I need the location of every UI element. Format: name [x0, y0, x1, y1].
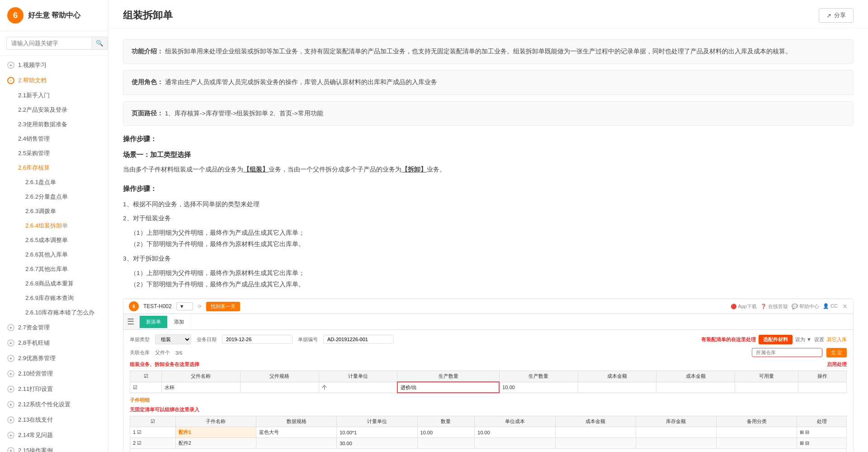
td-prod-input[interactable] [401, 385, 428, 390]
btd-stock2 [636, 438, 716, 449]
td-action [798, 382, 847, 393]
search-button[interactable]: 🔍 [92, 37, 108, 50]
ss-type-select[interactable]: 组装拆卸 [155, 334, 191, 344]
scene1-desc: 当由多个子件材料组装成一个成品的业务为【组装】业务，当由一个父件拆分成多个子产品… [123, 164, 854, 176]
screenshot-inner: 6 TEST-H002 ▼ ⟳ 找到客一关 🔴 App下载 ❓ 在线答疑 💬 帮… [123, 299, 853, 452]
sidebar-item-2610[interactable]: 2.6.10库存账本错了怎么办 [0, 305, 108, 320]
search-input[interactable] [6, 37, 92, 50]
sidebar-item-263[interactable]: 2.6.3调拨单 [0, 204, 108, 219]
ss-close-btn[interactable]: ✕ [842, 303, 848, 310]
sidebar-label-29: 2.9优惠券管理 [18, 354, 56, 362]
ss-btn-newtab[interactable]: 找到客一关 [206, 302, 240, 311]
btd-name2: 配件2 [175, 438, 256, 449]
ss-form-row2: 关联仓库 父件个 3/6 立 定 [130, 348, 847, 357]
btd-spec: 蓝色大号 [256, 427, 336, 438]
path-text: 1、库存核算->库存管理->组装拆卸单 2、首页->常用功能 [165, 110, 323, 117]
minus-icon: − [7, 77, 14, 84]
btd-empty3 [130, 449, 847, 452]
step3-sub1: （1）上部明细为父件明细，最终作为原材料生成其它出库单； [130, 267, 854, 279]
ss-orderdate-label: 业务日期 [197, 336, 217, 343]
annotation4-text: 启用处理 [827, 361, 847, 368]
td-prod-qty [397, 382, 500, 393]
ss-icon-app: 🔴 App下载 [731, 303, 757, 310]
role-block: 使用角色： 通常由生产人员或库管人员完成拆装业务的操作，库管人员确认原材料的出库… [123, 70, 854, 95]
sidebar-item-215[interactable]: + 2.15操作案例 [0, 443, 108, 452]
bth-check: ☑ [130, 416, 176, 427]
intro-block: 功能介绍： 组装拆卸单用来处理企业组装或拆卸等加工业务，支持有固定装配清单的产品… [123, 39, 854, 64]
th-name: 父件名称 [162, 371, 241, 382]
th-avail: 可用量 [735, 371, 798, 382]
sidebar-item-23[interactable]: 2.3使用前数据准备 [0, 117, 108, 132]
ss-orderno-label: 单据编号 [298, 336, 318, 343]
sidebar-item-24[interactable]: 2.4销售管理 [0, 132, 108, 146]
plus-icon-215: + [7, 447, 14, 452]
main-header: 组装拆卸单 ↗ 分享 [108, 0, 868, 29]
sidebar-item-video[interactable]: + 1.视频学习 [0, 57, 108, 73]
th-cost2: 成本金额 [656, 371, 735, 382]
select-warehouse-area: 立 定 [752, 348, 847, 357]
ss-tab-new[interactable]: 新添单 [140, 316, 168, 328]
sidebar-item-264[interactable]: 2.6.4组装拆卸单 [0, 219, 108, 233]
sidebar-item-22[interactable]: 2.2产品安装及登录 [0, 103, 108, 117]
sidebar-item-210[interactable]: + 2.10经营管理 [0, 366, 108, 381]
sidebar-item-267[interactable]: 2.6.7其他出库单 [0, 262, 108, 276]
sidebar-item-21[interactable]: 2.1新手入门 [0, 88, 108, 103]
ss-btn-extra1: 设为 ▼ [795, 336, 811, 343]
sidebar-item-261[interactable]: 2.6.1盘点单 [0, 175, 108, 190]
ss-date-input[interactable] [222, 335, 292, 344]
th-action: 操作 [798, 371, 847, 382]
sidebar-item-268[interactable]: 2.6.8商品成本重算 [0, 276, 108, 291]
sidebar-item-265[interactable]: 2.6.5成本调整单 [0, 233, 108, 247]
btd-qty: 10.00 [417, 427, 475, 438]
annotation5-text: 无固定清单可以组绑在这里录入 [130, 407, 199, 412]
sidebar-item-29[interactable]: + 2.9优惠券管理 [0, 351, 108, 366]
ss-select[interactable]: ▼ [176, 302, 193, 310]
sidebar-item-212[interactable]: + 2.12系统个性化设置 [0, 397, 108, 412]
th-check: ☑ [130, 371, 162, 382]
sidebar-item-211[interactable]: + 2.11打印设置 [0, 381, 108, 397]
btd-cost [555, 427, 636, 438]
bth-cost: 成本金额 [555, 416, 636, 427]
sidebar-label-212: 2.12系统个性化设置 [18, 400, 71, 409]
ss-btn-config[interactable]: 选配件材料 [759, 335, 793, 344]
sidebar-item-262[interactable]: 2.6.2分量盘点单 [0, 190, 108, 204]
step2: 2、对于组装业务 [123, 213, 854, 224]
sidebar-item-25[interactable]: 2.5采购管理 [0, 146, 108, 161]
th-spec: 父件规格 [240, 371, 319, 382]
annotation1-text: 有装配清单的在这里处理 [701, 336, 756, 343]
sidebar-item-214[interactable]: + 2.14常见问题 [0, 428, 108, 443]
ss-orderno-input[interactable] [323, 335, 394, 344]
ss-confirm-btn[interactable]: 立 定 [826, 348, 847, 357]
sidebar-item-27[interactable]: + 2.7资金管理 [0, 320, 108, 335]
sidebar-label-27: 2.7资金管理 [18, 324, 50, 332]
sidebar-item-266[interactable]: 2.6.6其他入库单 [0, 247, 108, 262]
step1: 1、根据不同的业务，选择不同单据的类型来处理 [123, 199, 854, 210]
share-label: 分享 [834, 11, 846, 19]
table-row: 1 ☑ 配件1 蓝色大号 10.00*1 10.00 10.00 ⊞ ⊟ [130, 427, 847, 438]
th-prod-qty: 生产数量 [397, 371, 500, 382]
sidebar-label-210: 2.10经营管理 [18, 370, 53, 378]
bth-unit: 计量单位 [337, 416, 417, 427]
role-text: 通常由生产人员或库管人员完成拆装业务的操作，库管人员确认原材料的出库和产成品的入… [165, 79, 437, 86]
share-button[interactable]: ↗ 分享 [819, 8, 854, 23]
ss-company: TEST-H002 [143, 303, 172, 309]
sidebar-item-docs[interactable]: − 2.帮助文档 [0, 73, 108, 88]
sidebar-item-269[interactable]: 2.6.9库存账本查询 [0, 291, 108, 305]
ss-icon-center: 💬 帮助中心 [792, 303, 819, 310]
sidebar-item-26[interactable]: 2.6库存核算 [0, 161, 108, 175]
ss-icon-help: ❓ 在线答疑 [760, 303, 788, 310]
td-name: 水杯 [162, 382, 241, 393]
ss-top-bar: 6 TEST-H002 ▼ ⟳ 找到客一关 🔴 App下载 ❓ 在线答疑 💬 帮… [123, 299, 853, 314]
th-cost1: 成本金额 [578, 371, 656, 382]
sidebar-item-28[interactable]: + 2.8手机旺铺 [0, 335, 108, 351]
btd-ucost: 10.00 [475, 427, 555, 438]
step2-sub2: （2）下部明细为子件明细，最终作为原材料生成其它出库单。 [130, 238, 854, 250]
td-unit: 个 [319, 382, 397, 393]
table-row [130, 449, 847, 452]
scene1-title: 场景一：加工类型选择 [123, 151, 854, 159]
btd-cat2 [717, 438, 797, 449]
btd-ops: ⊞ ⊟ [797, 427, 847, 438]
ss-warehouse-input[interactable] [752, 348, 822, 357]
sidebar-item-213[interactable]: + 2.13在线支付 [0, 412, 108, 428]
ss-tab-list[interactable]: 添加 [168, 316, 191, 328]
